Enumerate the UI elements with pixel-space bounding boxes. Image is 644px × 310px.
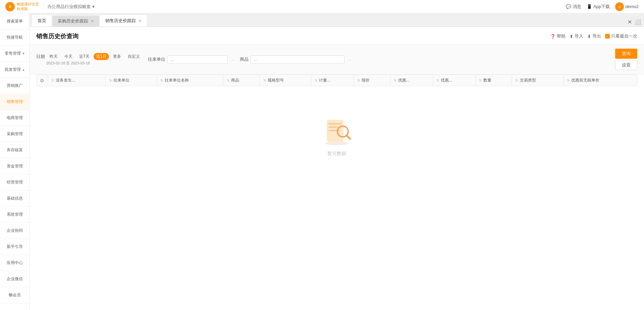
product-filter-group: 商品 ... bbox=[240, 55, 351, 64]
tab-close-all-button[interactable]: ✕ bbox=[628, 19, 632, 25]
contact-filter-dots: ... bbox=[231, 57, 234, 62]
avatar: d bbox=[615, 2, 624, 11]
sort-icon: ⇅ bbox=[227, 79, 229, 82]
date-pill-last1m[interactable]: 近1月 bbox=[94, 53, 109, 60]
table-header-trade-type[interactable]: ⇅ 交易类型 bbox=[512, 75, 563, 86]
empty-state-text: 暂元数据 bbox=[327, 151, 346, 157]
tab-purchase-history[interactable]: 采购历史价跟踪 ✕ bbox=[52, 16, 99, 27]
content-area: 首页 采购历史价跟踪 ✕ 销售历史价跟踪 ✕ ✕ ⬜ 销售历史价查询 bbox=[30, 13, 644, 310]
filter-actions: 查询 设置 bbox=[615, 49, 637, 70]
svg-rect-3 bbox=[328, 126, 338, 128]
tab-bar-right: ✕ ⬜ bbox=[628, 19, 641, 27]
main-layout: 搜索菜单 快捷导航 零售管理 ▼ 批发管理 ▲ 营销推广 销售管理 电商管理 采… bbox=[0, 13, 644, 310]
date-pill-today[interactable]: 今天 bbox=[62, 53, 75, 60]
download-button[interactable]: 📱 App下载 bbox=[587, 4, 610, 10]
sidebar-item-newbie[interactable]: 新手引导 bbox=[0, 239, 29, 255]
sidebar-item-operations[interactable]: 经营管理 bbox=[0, 174, 29, 191]
sidebar-item-search[interactable]: 搜索菜单 bbox=[0, 13, 29, 30]
sidebar-item-purchase[interactable]: 采购管理 bbox=[0, 126, 29, 142]
table-header-pretax-price[interactable]: ⇅ 优惠前无税单价 bbox=[563, 75, 637, 86]
sidebar-item-appstore[interactable]: 应用中心 bbox=[0, 255, 29, 271]
sort-icon: ⇅ bbox=[394, 79, 396, 82]
app-selector[interactable]: 办公用品行业模拟账套 ▾ bbox=[43, 4, 95, 10]
table-header-discount1[interactable]: ⇅ 优惠... bbox=[390, 75, 433, 86]
contact-filter-group: 往来单位 ... bbox=[148, 55, 234, 64]
gear-icon[interactable]: ⚙ bbox=[40, 78, 44, 83]
import-button[interactable]: ⬆ 导入 bbox=[570, 33, 583, 39]
date-pill-custom[interactable]: 自定义 bbox=[125, 53, 143, 60]
svg-rect-4 bbox=[328, 130, 340, 131]
date-pill-yesterday[interactable]: 昨天 bbox=[47, 53, 60, 60]
sort-icon: ⇅ bbox=[160, 79, 163, 82]
help-icon: ❓ bbox=[550, 34, 555, 39]
sidebar-item-wholesale[interactable]: 批发管理 ▲ bbox=[0, 62, 29, 78]
sidebar-item-sales[interactable]: 销售管理 bbox=[0, 94, 29, 110]
date-range-display: 2023-02-18 至 2023-03-18 bbox=[46, 61, 143, 66]
page-content: 销售历史价查询 ❓ 帮助 ⬆ 导入 ⬇ 导出 ✓ bbox=[30, 27, 644, 310]
table-header-discount2[interactable]: ⇅ 优惠... bbox=[433, 75, 475, 86]
sort-icon: ⇅ bbox=[515, 79, 518, 82]
contact-filter-input[interactable] bbox=[167, 55, 228, 64]
filter-bar: 日期 昨天 今天 近7天 近1月 更多 自定义 2023-02-18 至 202… bbox=[30, 45, 644, 74]
sidebar-item-marketing[interactable]: 营销推广 bbox=[0, 78, 29, 94]
chevron-down-icon: ▾ bbox=[92, 4, 95, 9]
table-header-spec[interactable]: ⇅ 规格型号 bbox=[260, 75, 311, 86]
tab-sales-history[interactable]: 销售历史价跟踪 ✕ bbox=[100, 15, 147, 27]
tab-purchase-history-close[interactable]: ✕ bbox=[91, 19, 94, 23]
date-filter-label: 日期 bbox=[36, 54, 45, 60]
sidebar-item-basic[interactable]: 基础信息 bbox=[0, 191, 29, 207]
sidebar-item-enterprise[interactable]: 企业协同 bbox=[0, 223, 29, 239]
message-button[interactable]: 💬 消息 bbox=[566, 4, 581, 10]
svg-rect-2 bbox=[328, 123, 342, 124]
product-filter-input[interactable] bbox=[251, 55, 344, 64]
logo-icon: 6 bbox=[5, 2, 15, 11]
tab-home[interactable]: 首页 bbox=[32, 15, 52, 27]
import-icon: ⬆ bbox=[570, 34, 573, 39]
sidebar-item-retail[interactable]: 零售管理 ▼ bbox=[0, 46, 29, 62]
empty-state-svg bbox=[320, 113, 354, 147]
setting-button[interactable]: 设置 bbox=[615, 60, 637, 70]
query-button[interactable]: 查询 bbox=[615, 49, 637, 59]
top-bar-left: 6 畅捷通好生意 标准版 办公用品行业模拟账套 ▾ bbox=[5, 2, 95, 11]
checkbox-check-icon: ✓ bbox=[605, 34, 610, 39]
sidebar-item-finance[interactable]: 资金管理 bbox=[0, 158, 29, 174]
top-bar-right: 💬 消息 📱 App下载 d demo2 bbox=[566, 2, 639, 11]
page-title: 销售历史价查询 bbox=[36, 32, 78, 40]
table-header-biz-date[interactable]: ⇅ 业务发生... bbox=[48, 75, 106, 86]
table-header-contact-name[interactable]: ⇅ 往来单位名称 bbox=[157, 75, 223, 86]
tab-sales-history-close[interactable]: ✕ bbox=[139, 19, 142, 23]
svg-point-0 bbox=[325, 141, 348, 145]
tab-maximize-button[interactable]: ⬜ bbox=[635, 19, 641, 25]
sort-icon: ⇅ bbox=[263, 79, 266, 82]
sort-icon: ⇅ bbox=[357, 79, 360, 82]
sidebar-item-inventory[interactable]: 库存核算 bbox=[0, 142, 29, 158]
table-header-quote[interactable]: ⇅ 报价 bbox=[354, 75, 390, 86]
message-icon: 💬 bbox=[566, 4, 571, 9]
data-table: ⚙ ⇅ 业务发生... ⇅ 往来单位 ⇅ bbox=[36, 74, 637, 86]
top-bar: 6 畅捷通好生意 标准版 办公用品行业模拟账套 ▾ 💬 消息 📱 App下载 d… bbox=[0, 0, 644, 13]
sidebar-item-wechat[interactable]: 企业微信 bbox=[0, 271, 29, 287]
show-last-only-checkbox[interactable]: ✓ 只看最后一次 bbox=[605, 33, 637, 39]
sort-icon: ⇅ bbox=[567, 79, 570, 82]
retail-arrow: ▼ bbox=[22, 52, 25, 55]
table-header-product[interactable]: ⇅ 商品 bbox=[223, 75, 260, 86]
sort-icon: ⇅ bbox=[109, 79, 112, 82]
export-button[interactable]: ⬇ 导出 bbox=[587, 33, 601, 39]
empty-state: 暂元数据 bbox=[30, 86, 644, 184]
user-menu[interactable]: d demo2 bbox=[615, 2, 639, 11]
sidebar-item-member[interactable]: 畅会员 bbox=[0, 287, 29, 303]
date-pill-more[interactable]: 更多 bbox=[110, 53, 124, 60]
sidebar-item-ecommerce[interactable]: 电商管理 bbox=[0, 110, 29, 126]
table-header-quantity[interactable]: ⇅ 数量 bbox=[475, 75, 512, 86]
table-header-contact-code[interactable]: ⇅ 往来单位 bbox=[105, 75, 157, 86]
table-header-row: ⚙ ⇅ 业务发生... ⇅ 往来单位 ⇅ bbox=[37, 75, 637, 86]
table-header-unit[interactable]: ⇅ 计量... bbox=[311, 75, 354, 86]
tab-bar: 首页 采购历史价跟踪 ✕ 销售历史价跟踪 ✕ ✕ ⬜ bbox=[30, 13, 644, 27]
sidebar-item-shortcut[interactable]: 快捷导航 bbox=[0, 30, 29, 46]
help-button[interactable]: ❓ 帮助 bbox=[550, 33, 566, 39]
date-pill-last7[interactable]: 近7天 bbox=[76, 53, 92, 60]
sidebar-item-system[interactable]: 系统管理 bbox=[0, 207, 29, 223]
page-header-right: ❓ 帮助 ⬆ 导入 ⬇ 导出 ✓ 只看最后一次 bbox=[550, 33, 637, 39]
sort-icon: ⇅ bbox=[51, 79, 54, 82]
export-icon: ⬇ bbox=[587, 34, 591, 39]
